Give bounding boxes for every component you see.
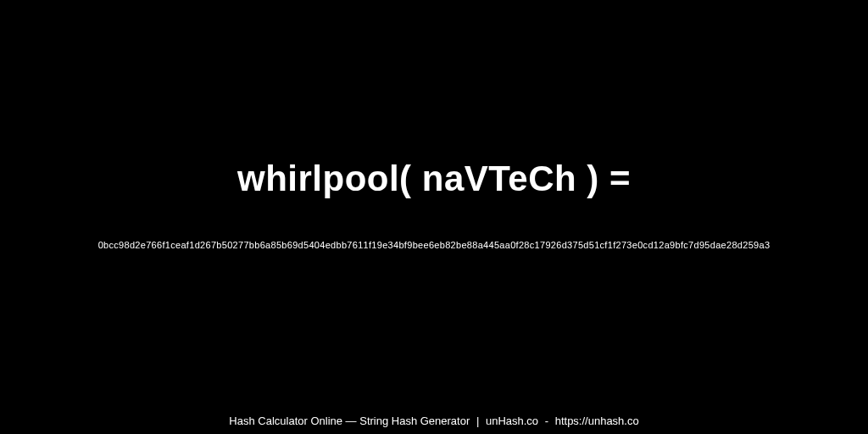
footer-title: Hash Calculator Online — String Hash Gen… bbox=[229, 415, 470, 427]
footer-separator: | bbox=[476, 415, 479, 427]
footer: Hash Calculator Online — String Hash Gen… bbox=[0, 415, 868, 427]
hash-expression: whirlpool( naVTeCh ) = bbox=[237, 159, 631, 199]
footer-site-name: unHash.co bbox=[486, 415, 538, 427]
footer-url: https://unhash.co bbox=[555, 415, 639, 427]
main-content: whirlpool( naVTeCh ) = 0bcc98d2e766f1cea… bbox=[0, 159, 868, 250]
hash-output: 0bcc98d2e766f1ceaf1d267b50277bb6a85b69d5… bbox=[98, 240, 771, 250]
footer-separator: - bbox=[545, 415, 548, 427]
